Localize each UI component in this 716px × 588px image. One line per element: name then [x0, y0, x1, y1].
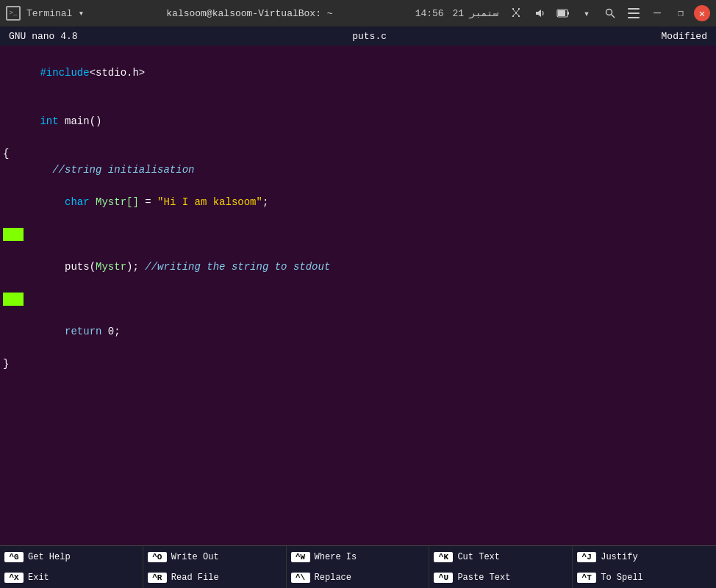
- shortcut-label-get-help: Get Help: [28, 552, 71, 562]
- svg-line-8: [516, 13, 519, 15]
- svg-line-6: [516, 10, 519, 12]
- shortcut-key-k: ^K: [434, 552, 453, 562]
- editor-area[interactable]: #include<stdio.h> int main() { //string …: [0, 46, 716, 545]
- code-line-10: }: [0, 356, 716, 372]
- shortcut-pair-4: ^K Cut Text ^U Paste Text: [429, 546, 573, 588]
- shortcut-key-g: ^G: [4, 552, 24, 562]
- svg-rect-12: [568, 12, 569, 15]
- code-line-6: [0, 226, 716, 243]
- line-marker-6: [3, 228, 24, 241]
- code-line-3: {: [0, 146, 716, 162]
- code-line-1: #include<stdio.h>: [0, 49, 716, 97]
- svg-line-5: [513, 10, 516, 12]
- svg-line-7: [513, 13, 516, 15]
- code-line-7: puts(Mystr); //writing the string to std…: [0, 243, 716, 291]
- nano-version: GNU nano 4.8: [9, 31, 78, 42]
- titlebar-left: >_ Terminal ▾: [6, 6, 84, 21]
- shortcut-key-x: ^X: [4, 573, 24, 583]
- shortcut-justify[interactable]: ^J Justify: [573, 547, 716, 567]
- battery-icon[interactable]: [553, 4, 573, 22]
- nano-footer: ^G Get Help ^X Exit ^O Write Out ^R Read…: [0, 545, 716, 588]
- shortcut-key-r: ^R: [148, 573, 167, 583]
- shortcut-pair-5: ^J Justify ^T To Spell: [573, 546, 716, 588]
- volume-icon[interactable]: [529, 4, 550, 22]
- shortcut-pair-1: ^G Get Help ^X Exit: [0, 546, 143, 588]
- minimize-button[interactable]: —: [647, 4, 667, 22]
- search-icon[interactable]: [600, 4, 620, 22]
- shortcut-label-write-out: Write Out: [171, 552, 219, 562]
- shortcut-exit[interactable]: ^X Exit: [0, 567, 143, 588]
- menu-icon[interactable]: ▾: [576, 4, 597, 22]
- hamburger-menu-icon[interactable]: [623, 4, 644, 22]
- shortcut-where-is[interactable]: ^W Where Is: [287, 547, 429, 567]
- line-marker-8: [3, 293, 24, 306]
- terminal-icon-label: >_: [10, 10, 18, 17]
- titlebar: >_ Terminal ▾ kalsoom@kalsoom-VirtualBox…: [0, 0, 716, 26]
- time-display: 14:56 21 ستمبر: [415, 7, 498, 19]
- code-line-5: char Mystr[] = "Hi I am kalsoom";: [0, 178, 716, 226]
- code-line-4: //string initialisation: [0, 162, 716, 178]
- nano-status: Modified: [662, 31, 707, 42]
- titlebar-center: kalsoom@kalsoom-VirtualBox: ~: [84, 8, 415, 19]
- shortcut-label-to-spell: To Spell: [601, 573, 643, 583]
- shortcut-to-spell[interactable]: ^T To Spell: [573, 567, 716, 588]
- code-line-9: return 0;: [0, 307, 716, 356]
- shortcut-label-paste-text: Paste Text: [457, 573, 510, 583]
- dropdown-arrow[interactable]: ▾: [78, 7, 84, 19]
- shortcut-key-w: ^W: [291, 552, 310, 562]
- nano-filename: puts.c: [352, 31, 387, 42]
- terminal-icon: >_: [6, 6, 21, 21]
- network-icon[interactable]: [506, 4, 526, 22]
- svg-line-14: [612, 15, 615, 18]
- code-line-8: [0, 291, 716, 307]
- svg-rect-15: [628, 8, 640, 10]
- shortcut-label-replace: Replace: [315, 573, 351, 583]
- svg-rect-16: [628, 12, 640, 14]
- close-button[interactable]: ✕: [694, 5, 710, 21]
- shortcut-replace[interactable]: ^\ Replace: [287, 567, 429, 588]
- shortcut-label-cut-text: Cut Text: [457, 552, 500, 562]
- shortcut-read-file[interactable]: ^R Read File: [143, 567, 286, 588]
- shortcut-pair-2: ^O Write Out ^R Read File: [143, 546, 287, 588]
- shortcut-key-t: ^T: [577, 573, 596, 583]
- svg-point-13: [606, 10, 612, 15]
- shortcut-cut-text[interactable]: ^K Cut Text: [429, 547, 572, 567]
- svg-rect-0: [512, 8, 514, 10]
- shortcut-key-u: ^U: [434, 573, 453, 583]
- shortcut-paste-text[interactable]: ^U Paste Text: [429, 567, 572, 588]
- maximize-button[interactable]: ❐: [670, 4, 691, 22]
- shortcut-key-o: ^O: [148, 552, 167, 562]
- svg-rect-1: [518, 8, 520, 10]
- svg-rect-11: [558, 10, 565, 16]
- app-name: Terminal: [26, 8, 72, 19]
- shortcut-label-read-file: Read File: [171, 573, 219, 583]
- shortcut-pair-3: ^W Where Is ^\ Replace: [287, 546, 430, 588]
- shortcut-label-exit: Exit: [28, 573, 49, 583]
- shortcut-label-justify: Justify: [601, 552, 637, 562]
- svg-rect-3: [512, 15, 514, 17]
- shortcut-key-backslash: ^\: [291, 573, 310, 583]
- shortcut-write-out[interactable]: ^O Write Out: [143, 547, 286, 567]
- svg-rect-17: [628, 17, 640, 18]
- titlebar-right: 14:56 21 ستمبر: [415, 4, 710, 22]
- code-line-2: int main(): [0, 97, 716, 146]
- shortcut-key-j: ^J: [577, 552, 596, 562]
- type-keyword: int: [40, 115, 58, 127]
- nano-header: GNU nano 4.8 puts.c Modified: [0, 26, 716, 46]
- window-title: kalsoom@kalsoom-VirtualBox: ~: [166, 8, 332, 19]
- svg-rect-4: [518, 15, 520, 17]
- svg-marker-9: [536, 10, 541, 17]
- shortcut-label-where-is: Where Is: [315, 552, 357, 562]
- shortcut-get-help[interactable]: ^G Get Help: [0, 547, 143, 567]
- preprocessor-keyword: #include: [40, 67, 89, 79]
